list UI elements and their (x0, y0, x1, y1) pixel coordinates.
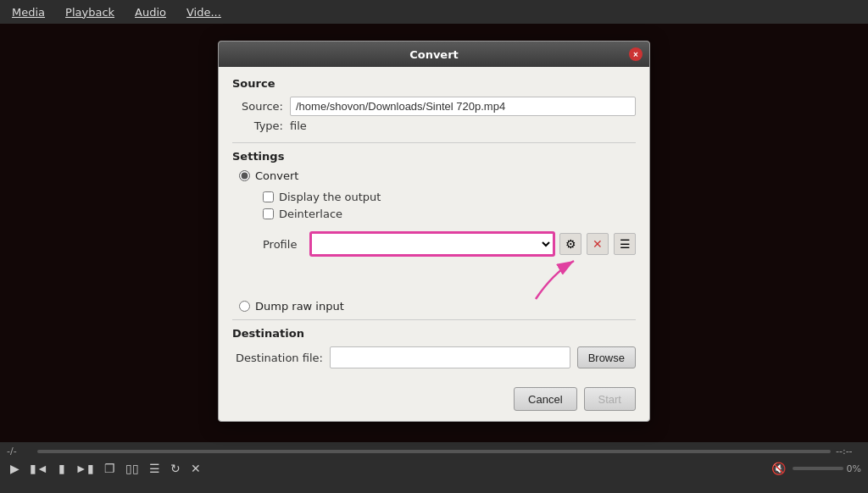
divider-1 (232, 142, 636, 143)
source-field-label: Source: (232, 100, 283, 113)
source-grid: Source: Type: file (232, 97, 636, 132)
volume-text: 0% (847, 463, 861, 474)
video-area: Convert × Source Source: Type: file (0, 24, 868, 442)
display-output-label: Display the output (279, 191, 381, 203)
source-section-label: Source (232, 77, 636, 90)
volume-area: 🔇 0% (768, 460, 861, 477)
dialog-actions: Cancel Start (219, 379, 649, 421)
dialog-backdrop: Convert × Source Source: Type: file (0, 24, 868, 442)
cancel-button[interactable]: Cancel (514, 387, 576, 411)
settings-section: Settings Convert Display the output (232, 150, 636, 313)
edit-profile-button[interactable]: ⚙ (559, 233, 581, 255)
time-left: -/- (7, 446, 32, 457)
deinterlace-option[interactable]: Deinterlace (263, 208, 636, 220)
profile-row: Profile ⚙ ✕ ☰ (239, 232, 636, 256)
progress-row: -/- --:-- (7, 446, 861, 457)
menu-media[interactable]: Media (7, 4, 50, 20)
divider-2 (232, 319, 636, 320)
menu-playback[interactable]: Playback (60, 4, 120, 20)
prev-button[interactable]: ▮◄ (26, 460, 52, 477)
arrow-annotation (527, 257, 595, 303)
dump-raw-radio[interactable] (239, 301, 250, 312)
dest-file-input[interactable] (330, 346, 570, 368)
buttons-row: ▶ ▮◄ ▮ ►▮ ❐ ▯▯ ☰ ↻ ✕ 🔇 0% (7, 460, 861, 477)
vlc-window: Media Playback Audio Vide... Convert × S… (0, 0, 868, 493)
deinterlace-label: Deinterlace (279, 208, 342, 220)
menu-audio[interactable]: Audio (130, 4, 171, 20)
browse-button[interactable]: Browse (577, 346, 636, 368)
profile-select[interactable] (310, 232, 554, 256)
dialog-title: Convert (409, 48, 459, 61)
progress-bar[interactable] (37, 450, 831, 453)
convert-radio-option[interactable]: Convert (239, 169, 636, 182)
fullscreen-button[interactable]: ❐ (101, 460, 119, 477)
mute-button[interactable]: 🔇 (768, 460, 789, 477)
convert-radio[interactable] (239, 170, 250, 181)
radio-group: Convert Display the output Deinterlace (232, 169, 636, 313)
type-value: file (290, 119, 636, 132)
arrow-annotation-container (239, 261, 636, 295)
start-button[interactable]: Start (584, 387, 636, 411)
delete-profile-button[interactable]: ✕ (587, 233, 609, 255)
menu-bar: Media Playback Audio Vide... (0, 0, 868, 24)
dest-file-label: Destination file: (236, 352, 323, 364)
type-field-label: Type: (232, 119, 283, 132)
display-output-option[interactable]: Display the output (263, 191, 636, 203)
play-button[interactable]: ▶ (7, 460, 23, 477)
dialog-titlebar: Convert × (219, 42, 649, 67)
source-input[interactable] (290, 97, 636, 116)
volume-bar[interactable] (793, 467, 843, 470)
dialog-close-button[interactable]: × (629, 47, 643, 61)
extended-button[interactable]: ▯▯ (122, 460, 142, 477)
settings-section-label: Settings (232, 150, 636, 163)
random-button[interactable]: ✕ (187, 460, 204, 477)
playlist-button[interactable]: ☰ (146, 460, 164, 477)
destination-section: Destination Destination file: Browse (232, 327, 636, 368)
controls-bar: -/- --:-- ▶ ▮◄ ▮ ►▮ ❐ ▯▯ ☰ ↻ ✕ 🔇 0% (0, 442, 868, 493)
profile-field-label: Profile (263, 238, 305, 251)
destination-row: Destination file: Browse (232, 346, 636, 368)
stop-button[interactable]: ▮ (55, 460, 69, 477)
list-profiles-button[interactable]: ☰ (614, 233, 636, 255)
checkbox-group: Display the output Deinterlace (239, 191, 636, 220)
loop-button[interactable]: ↻ (167, 460, 184, 477)
convert-dialog: Convert × Source Source: Type: file (218, 41, 650, 422)
next-button[interactable]: ►▮ (72, 460, 97, 477)
display-output-checkbox[interactable] (263, 191, 274, 202)
dialog-content: Source Source: Type: file Settings (219, 67, 649, 379)
convert-radio-label: Convert (255, 169, 298, 182)
deinterlace-checkbox[interactable] (263, 208, 274, 219)
dump-raw-label: Dump raw input (255, 300, 344, 313)
destination-section-label: Destination (232, 327, 636, 340)
menu-video[interactable]: Vide... (181, 4, 226, 20)
time-right: --:-- (836, 446, 861, 457)
